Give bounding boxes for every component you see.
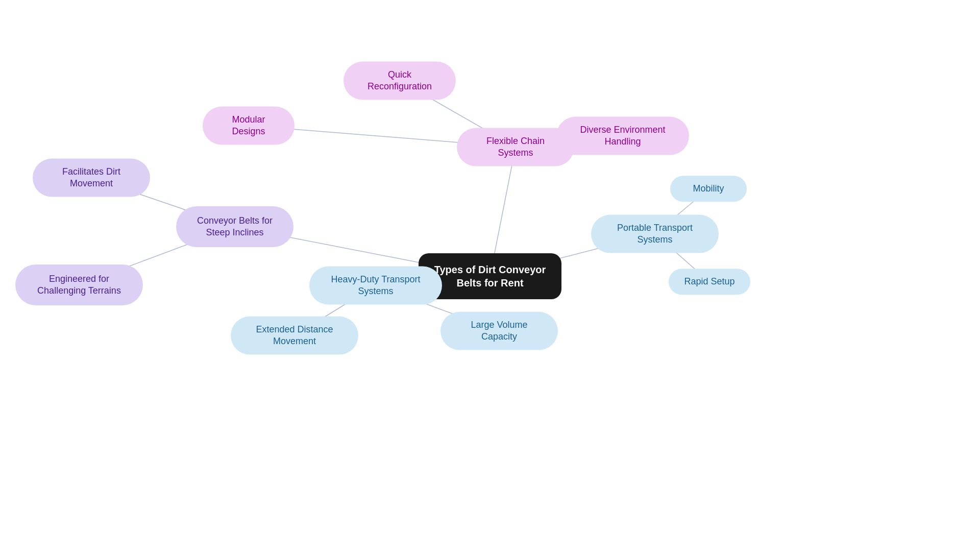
conveyor-steep-node: Conveyor Belts for Steep Inclines <box>176 206 293 247</box>
rapid-setup-node: Rapid Setup <box>669 269 750 295</box>
diverse-env-node: Diverse Environment Handling <box>556 117 689 155</box>
quick-reconfig-node: Quick Reconfiguration <box>344 62 456 100</box>
extended-distance-node: Extended Distance Movement <box>231 317 358 355</box>
mobility-node: Mobility <box>670 176 747 202</box>
modular-designs-node: Modular Designs <box>203 107 295 145</box>
portable-transport-node: Portable Transport Systems <box>591 215 719 253</box>
large-volume-node: Large Volume Capacity <box>440 312 558 350</box>
heavy-duty-node: Heavy-Duty Transport Systems <box>309 267 442 305</box>
engineered-terrain-node: Engineered for Challenging Terrains <box>15 265 143 305</box>
facilitates-dirt-node: Facilitates Dirt Movement <box>33 159 150 197</box>
